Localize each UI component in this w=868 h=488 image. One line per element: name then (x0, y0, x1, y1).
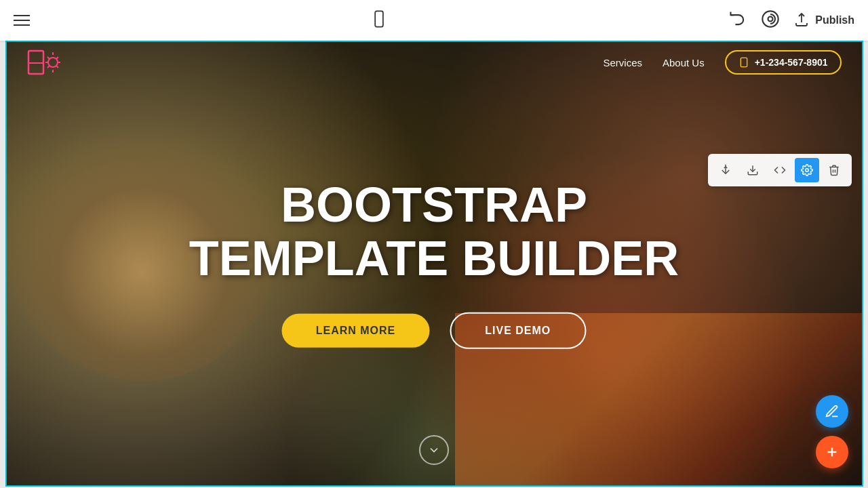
mobile-view-button[interactable] (370, 9, 389, 31)
nav-services-link[interactable]: Services (603, 57, 642, 68)
code-button[interactable] (768, 158, 792, 182)
download-button[interactable] (741, 158, 765, 182)
site-logo[interactable] (27, 48, 64, 77)
code-icon (774, 164, 786, 176)
svg-point-2 (763, 11, 778, 26)
svg-line-15 (56, 57, 58, 59)
toolbar-left (14, 15, 30, 26)
scroll-down-button[interactable] (419, 435, 449, 465)
fab-add-button[interactable] (816, 436, 848, 468)
section-toolbar (708, 154, 852, 186)
svg-line-12 (47, 57, 50, 59)
hero-buttons: LEARN MORE LIVE DEMO (7, 312, 862, 349)
publish-button[interactable]: Publish (793, 12, 854, 28)
svg-line-14 (47, 66, 50, 68)
publish-label: Publish (815, 14, 854, 26)
hero-title: BOOTSTRAP TEMPLATE BUILDER (7, 178, 862, 285)
learn-more-button[interactable]: LEARN MORE (282, 314, 430, 348)
pencil-icon (825, 404, 840, 419)
fab-edit-button[interactable] (816, 395, 848, 428)
trash-icon (828, 164, 840, 176)
svg-point-21 (805, 169, 808, 172)
logo-icon (27, 48, 64, 77)
gear-icon (801, 164, 813, 176)
nav-about-link[interactable]: About Us (663, 57, 705, 68)
settings-button[interactable] (795, 158, 819, 182)
svg-rect-0 (375, 11, 383, 26)
download-icon (747, 164, 759, 176)
delete-button[interactable] (822, 158, 846, 182)
hero-content: BOOTSTRAP TEMPLATE BUILDER LEARN MORE LI… (7, 178, 862, 349)
svg-point-3 (768, 17, 773, 22)
phone-button[interactable]: +1-234-567-8901 (725, 50, 842, 75)
main-toolbar: Publish (0, 0, 868, 41)
undo-button[interactable] (728, 9, 747, 31)
svg-line-13 (56, 66, 58, 68)
plus-icon (825, 445, 840, 460)
canvas-area: Services About Us +1-234-567-8901 BOOTST… (0, 41, 868, 488)
site-nav: Services About Us +1-234-567-8901 (7, 42, 862, 83)
hero-title-line2: TEMPLATE BUILDER (189, 231, 679, 285)
site-nav-links: Services About Us +1-234-567-8901 (603, 50, 841, 75)
svg-point-7 (48, 58, 58, 67)
hero-title-line1: BOOTSTRAP (281, 178, 587, 232)
preview-button[interactable] (761, 9, 780, 31)
toolbar-right: Publish (728, 9, 854, 31)
sort-icon (719, 164, 732, 176)
website-frame: Services About Us +1-234-567-8901 BOOTST… (5, 41, 863, 487)
hamburger-menu-button[interactable] (14, 15, 30, 26)
toolbar-center (370, 9, 389, 31)
sort-button[interactable] (713, 158, 738, 182)
chevron-down-icon (427, 443, 441, 457)
phone-number: +1-234-567-8901 (755, 57, 828, 68)
live-demo-button[interactable]: LIVE DEMO (450, 312, 586, 349)
phone-icon (738, 57, 749, 68)
